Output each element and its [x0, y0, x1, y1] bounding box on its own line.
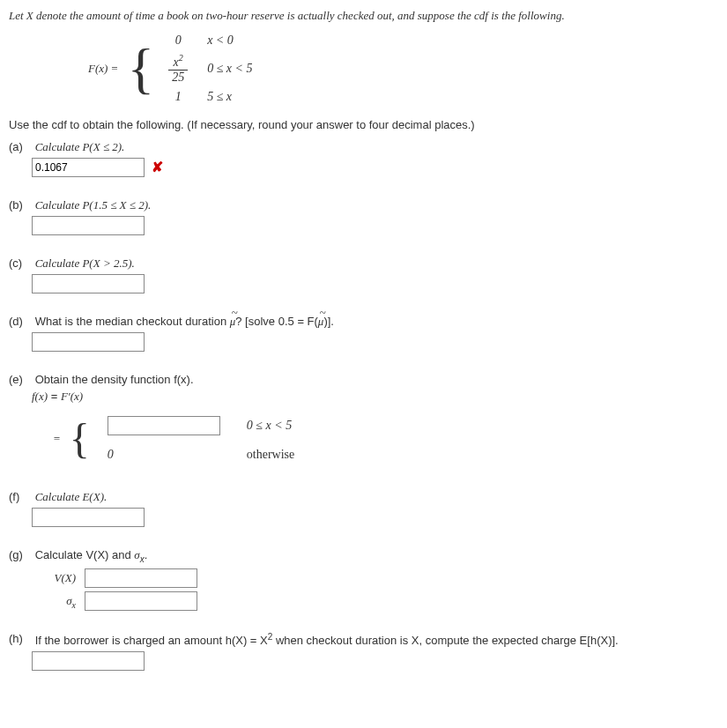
part-f-text: Calculate E(X).	[35, 490, 108, 504]
part-h: (h) If the borrower is charged an amount…	[9, 632, 727, 670]
part-g-text: Calculate V(X) and σx.	[35, 548, 148, 564]
density-definition: = { 0 ≤ x < 5 0 otherwise	[53, 409, 727, 469]
left-brace-icon: {	[127, 41, 154, 97]
part-f: (f) Calculate E(X).	[9, 490, 727, 527]
part-b: (b) Calculate P(1.5 ≤ X ≤ 2).	[9, 198, 727, 235]
part-a-label: (a)	[9, 140, 32, 153]
part-d-label: (d)	[9, 315, 32, 328]
part-e-input[interactable]	[108, 416, 220, 435]
part-c: (c) Calculate P(X > 2.5).	[9, 256, 727, 293]
density-row1-cond: 0 ≤ x < 5	[247, 419, 292, 432]
cdf-label: F(x) =	[88, 62, 118, 76]
density-brace-icon: {	[70, 418, 90, 460]
part-d: (d) What is the median checkout duration…	[9, 315, 727, 352]
instructions: Use the cdf to obtain the following. (If…	[9, 118, 727, 131]
part-a-input[interactable]	[32, 158, 145, 177]
part-e-line2: f(x) = F′(x)	[32, 390, 727, 404]
piece-1-val: 0	[175, 33, 182, 47]
part-c-input[interactable]	[32, 274, 145, 293]
cdf-definition: F(x) = { 0 x < 0 x2 25 0 ≤ x < 5 1 5 ≤ x	[88, 30, 727, 108]
part-b-label: (b)	[9, 198, 32, 212]
part-b-text: Calculate P(1.5 ≤ X ≤ 2).	[35, 198, 152, 212]
part-b-input[interactable]	[32, 216, 145, 235]
part-a-text: Calculate P(X ≤ 2).	[35, 140, 125, 154]
piece-1-cond: x < 0	[207, 33, 234, 47]
part-g-vx-input[interactable]	[85, 568, 197, 588]
part-h-input[interactable]	[32, 651, 145, 671]
sigma-label: σx	[32, 594, 76, 610]
part-c-label: (c)	[9, 256, 32, 270]
intro-text: Let X denote the amount of time a book o…	[9, 9, 565, 22]
wrong-icon: ✘	[152, 160, 163, 175]
mu-tilde-icon: μ	[230, 315, 236, 329]
piece-3-cond: 5 ≤ x	[207, 90, 232, 103]
part-e-label: (e)	[9, 373, 32, 386]
part-e: (e) Obtain the density function f(x). f(…	[9, 373, 727, 469]
part-e-text: Obtain the density function f(x).	[35, 373, 194, 386]
part-f-label: (f)	[9, 490, 32, 503]
density-row2-cond: otherwise	[247, 448, 294, 461]
density-row2-val: 0	[108, 448, 114, 461]
frac-bot: 25	[168, 71, 188, 85]
mu-tilde-icon-2: μ	[318, 315, 324, 329]
part-f-input[interactable]	[32, 508, 145, 527]
part-g: (g) Calculate V(X) and σx. V(X) σx	[9, 548, 727, 612]
part-h-label: (h)	[9, 632, 32, 645]
piece-2-cond: 0 ≤ x < 5	[207, 62, 252, 75]
part-g-sigma-input[interactable]	[85, 591, 197, 611]
piece-3-val: 1	[175, 90, 182, 103]
part-d-input[interactable]	[32, 332, 145, 352]
part-a: (a) Calculate P(X ≤ 2). ✘	[9, 140, 727, 177]
density-eq: =	[53, 432, 61, 446]
part-c-text: Calculate P(X > 2.5).	[35, 256, 135, 271]
frac-top-sup: 2	[179, 53, 183, 63]
part-h-text: If the borrower is charged an amount h(X…	[35, 632, 619, 647]
vx-label: V(X)	[32, 571, 76, 585]
part-d-text: What is the median checkout duration μ? …	[35, 315, 334, 329]
problem-intro: Let X denote the amount of time a book o…	[9, 9, 727, 23]
part-g-label: (g)	[9, 548, 32, 561]
cdf-pieces: 0 x < 0 x2 25 0 ≤ x < 5 1 5 ≤ x	[158, 30, 263, 108]
piece-2-frac: x2 25	[168, 53, 188, 85]
